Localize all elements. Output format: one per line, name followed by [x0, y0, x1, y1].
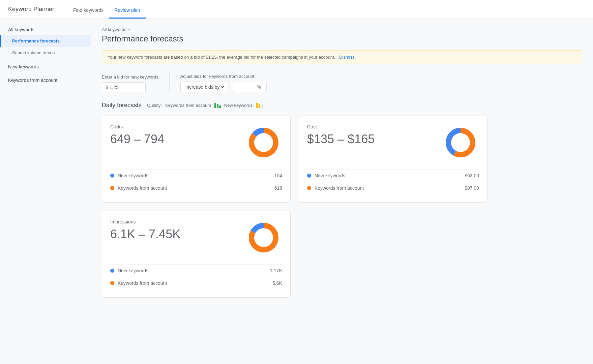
app-title: Keyword Planner	[8, 6, 54, 13]
adjust-bid-label: Adjust bids for keywords from account	[180, 74, 267, 79]
top-nav: Keyword Planner Find keywords Review pla…	[0, 0, 593, 19]
card-text-impressions: Impressions 6.1K – 7.45K	[110, 219, 180, 241]
legend-row-account-keywords: Keywords from account $87.00	[307, 182, 479, 194]
legend-dot-account-keywords	[110, 281, 114, 285]
percent-sign: %	[257, 84, 261, 90]
legend-account-label: Keywords from account	[165, 103, 211, 108]
donut-impressions	[245, 219, 282, 256]
legend-value-account-keywords: 5.6K	[272, 280, 282, 286]
legend-row-account-keywords: Keywords from account 5.6K	[110, 277, 282, 289]
legend-value-new-keywords: $63.00	[465, 173, 479, 178]
increase-bids-select[interactable]: Increase bids by	[180, 82, 229, 92]
quality-label: Quality:	[147, 103, 162, 108]
info-banner: Your new keyword forecasts are based on …	[102, 50, 582, 64]
increase-bids-dropdown[interactable]: Increase bids by	[184, 84, 225, 90]
percent-input[interactable]	[237, 84, 257, 90]
new-bid-section: Enter a bid for new keywords $	[102, 74, 169, 92]
forecast-card-clicks: Clicks 649 – 794 New keywords 104 Keywor…	[102, 116, 291, 203]
breadcrumb-parent[interactable]: All keywords	[102, 27, 126, 32]
dismiss-link[interactable]: Dismiss	[339, 55, 355, 60]
card-inner-cost: Cost $135 – $165	[307, 124, 479, 161]
bid-divider	[169, 72, 170, 92]
banner-text: Your new keyword forecasts are based on …	[108, 55, 335, 60]
metric-label-impressions: Impressions	[110, 219, 180, 224]
daily-forecasts-header: Daily forecasts Quality: Keywords from a…	[102, 102, 582, 109]
legend-label-new-keywords: New keywords	[118, 173, 148, 178]
card-inner-impressions: Impressions 6.1K – 7.45K	[110, 219, 282, 256]
bar-4	[256, 103, 258, 108]
metric-value-impressions: 6.1K – 7.45K	[110, 227, 180, 241]
forecast-row-bottom: Impressions 6.1K – 7.45K New keywords 1.…	[102, 211, 582, 298]
sidebar-item-search-volume-trends[interactable]: Search volume trends	[0, 47, 91, 59]
legend-dot-account-keywords	[307, 186, 311, 190]
donut-clicks	[245, 124, 282, 161]
percent-input-wrap: %	[233, 82, 267, 92]
sidebar-section-keywords-from-account[interactable]: Keywords from account	[0, 75, 91, 86]
adjust-bids-row: Increase bids by %	[180, 82, 267, 92]
legend-row-new-keywords: New keywords 1.17K	[110, 264, 282, 277]
bar-3	[219, 105, 221, 108]
legend-value-new-keywords: 104	[274, 173, 282, 178]
bid-input[interactable]	[110, 85, 133, 90]
legend-row-new-keywords: New keywords $63.00	[307, 169, 479, 182]
metric-value-cost: $135 – $165	[307, 132, 375, 146]
card-text-cost: Cost $135 – $165	[307, 124, 375, 146]
legend-new-label: New keywords	[224, 103, 253, 108]
legend-label-account-keywords: Keywords from account	[315, 185, 364, 191]
breadcrumb-separator: >	[128, 27, 130, 32]
bar-2	[217, 104, 218, 108]
bar-1	[214, 103, 216, 108]
legend-dot-new-keywords	[110, 174, 114, 178]
forecast-card-cost: Cost $135 – $165 New keywords $63.00 Key…	[299, 116, 487, 203]
metric-value-clicks: 649 – 794	[110, 132, 164, 146]
page-title: Performance forecasts	[102, 34, 582, 43]
breadcrumb: All keywords >	[102, 27, 582, 32]
legend-value-account-keywords: 618	[274, 185, 282, 191]
layout: All keywords Performance forecasts Searc…	[0, 19, 593, 364]
card-text-clicks: Clicks 649 – 794	[110, 124, 164, 146]
daily-forecasts-label: Daily forecasts	[102, 102, 142, 109]
sidebar-section-all-keywords[interactable]: All keywords	[0, 24, 91, 35]
legend-value-new-keywords: 1.17K	[270, 268, 282, 273]
account-legend-bars	[214, 103, 221, 108]
legend-label-new-keywords: New keywords	[315, 173, 345, 178]
forecast-card-impressions: Impressions 6.1K – 7.45K New keywords 1.…	[102, 211, 291, 298]
adjust-bid-section: Adjust bids for keywords from account In…	[180, 74, 277, 92]
legend-dot-new-keywords	[307, 174, 311, 178]
sidebar: All keywords Performance forecasts Searc…	[0, 19, 91, 364]
card-inner-clicks: Clicks 649 – 794	[110, 124, 282, 161]
legend-label-new-keywords: New keywords	[118, 268, 148, 273]
bid-input-wrap: $	[102, 82, 146, 92]
sidebar-item-performance-forecasts[interactable]: Performance forecasts	[0, 35, 91, 47]
nav-tabs: Find keywords Review plan	[68, 0, 146, 19]
new-legend-bars	[256, 103, 263, 108]
tab-review-plan[interactable]: Review plan	[109, 0, 145, 19]
forecast-row-top: Clicks 649 – 794 New keywords 104 Keywor…	[102, 116, 582, 203]
bar-6	[261, 105, 263, 108]
currency-symbol: $	[106, 85, 108, 90]
legend-label-account-keywords: Keywords from account	[118, 185, 167, 191]
legend-row-new-keywords: New keywords 104	[110, 169, 282, 182]
legend-label-account-keywords: Keywords from account	[118, 280, 167, 286]
tab-find-keywords[interactable]: Find keywords	[68, 0, 109, 19]
legend-dot-new-keywords	[110, 269, 114, 273]
bid-controls: Enter a bid for new keywords $ Adjust bi…	[102, 72, 582, 92]
main-content: All keywords > Performance forecasts You…	[91, 19, 593, 364]
donut-cost	[442, 124, 479, 161]
new-bid-label: Enter a bid for new keywords	[102, 74, 158, 80]
sidebar-section-new-keywords[interactable]: New keywords	[0, 61, 91, 72]
bar-5	[259, 104, 260, 108]
legend-value-account-keywords: $87.00	[465, 185, 479, 191]
legend-dot-account-keywords	[110, 186, 114, 190]
legend-row-account-keywords: Keywords from account 618	[110, 182, 282, 194]
metric-label-clicks: Clicks	[110, 124, 164, 129]
quality-legend: Quality: Keywords from account New keywo…	[147, 103, 262, 108]
metric-label-cost: Cost	[307, 124, 375, 129]
